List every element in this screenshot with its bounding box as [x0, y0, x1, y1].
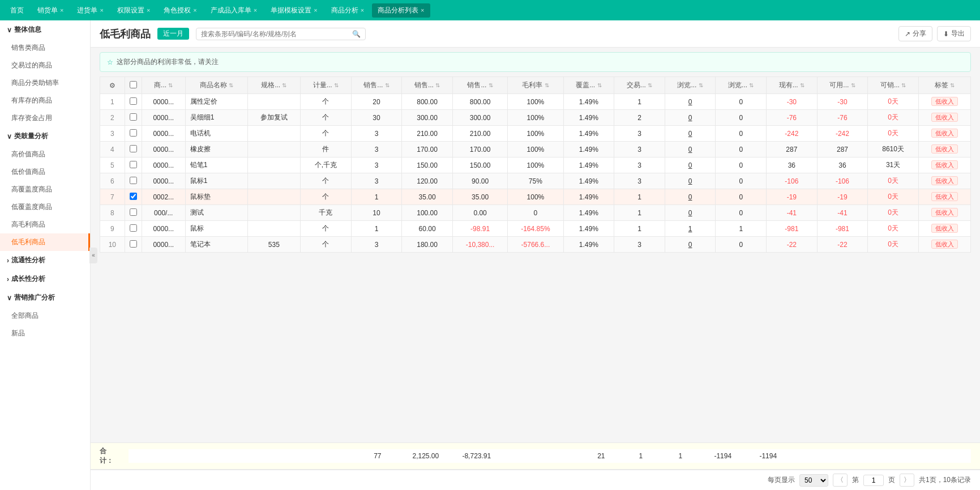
search-icon[interactable]: 🔍 [352, 30, 361, 38]
next-page-button[interactable]: 〉 [900, 474, 914, 487]
pagination: 每页显示 50 20 100 〈 第 页 〉 共1页，10条记录 [91, 470, 980, 490]
row-checkbox[interactable] [130, 177, 137, 184]
sidebar-item-low-value[interactable]: 低价值商品 [0, 163, 90, 181]
col-checkbox[interactable] [125, 77, 142, 94]
col-tag[interactable]: 标签 ⇅ [918, 77, 970, 94]
row-checkbox[interactable] [130, 161, 137, 168]
nav-sales[interactable]: 销货单 × [32, 3, 69, 18]
cell-current-stock: -106 [767, 173, 818, 189]
cell-views1[interactable]: 0 [665, 173, 716, 189]
cell-checkbox[interactable] [125, 142, 142, 157]
cell-checkbox[interactable] [125, 126, 142, 142]
nav-product-analysis-list[interactable]: 商品分析列表 × [372, 3, 430, 18]
cell-views1[interactable]: 0 [665, 110, 716, 126]
cell-checkbox[interactable] [125, 94, 142, 110]
col-transactions[interactable]: 交易... ⇅ [614, 77, 665, 94]
nav-template[interactable]: 单据模板设置 × [265, 3, 323, 18]
col-sales-profit[interactable]: 销售... ⇅ [452, 77, 507, 94]
col-name[interactable]: 商品名称 ⇅ [185, 77, 247, 94]
nav-close-product-analysis-list[interactable]: × [421, 7, 424, 14]
cell-num: 4 [100, 142, 125, 157]
col-views2[interactable]: 浏览... ⇅ [716, 77, 767, 94]
nav-close-sales[interactable]: × [60, 7, 63, 14]
nav-close-template[interactable]: × [314, 7, 317, 14]
row-checkbox[interactable] [130, 129, 137, 137]
sidebar-item-low-coverage[interactable]: 低覆盖度商品 [0, 198, 90, 216]
sidebar-item-all-goods[interactable]: 全部商品 [0, 307, 90, 325]
sidebar-group-marketing[interactable]: ∨ 营销推广分析 [0, 288, 90, 307]
nav-product-analysis[interactable]: 商品分析 × [326, 3, 370, 18]
row-checkbox[interactable] [130, 113, 137, 121]
col-unit[interactable]: 计量... ⇅ [301, 77, 352, 94]
sidebar-item-category-rate[interactable]: 商品分类助销率 [0, 74, 90, 92]
sidebar-item-traded-goods[interactable]: 交易过的商品 [0, 57, 90, 74]
cell-spec [247, 205, 300, 221]
col-gross-margin[interactable]: 毛利率 ⇅ [508, 77, 563, 94]
col-code[interactable]: 商... ⇅ [142, 77, 185, 94]
col-sales-qty[interactable]: 销售... ⇅ [351, 77, 402, 94]
sidebar-group-flow[interactable]: › 流通性分析 [0, 251, 90, 270]
sidebar-group-overall[interactable]: ∨ 整体信息 [0, 20, 90, 39]
row-checkbox[interactable] [130, 240, 137, 248]
cell-views1[interactable]: 0 [665, 189, 716, 205]
sidebar-item-low-margin[interactable]: 低毛利商品 [0, 233, 90, 251]
sidebar-item-new-goods[interactable]: 新品 [0, 325, 90, 342]
sidebar-group-growth[interactable]: › 成长性分析 [0, 270, 90, 288]
cell-views1[interactable]: 0 [665, 142, 716, 157]
sidebar-group-drum-analysis[interactable]: ∨ 类鼓量分析 [0, 127, 90, 146]
cell-checkbox[interactable] [125, 221, 142, 237]
cell-checkbox[interactable] [125, 237, 142, 253]
nav-close-product-entry[interactable]: × [254, 7, 257, 14]
cell-views1[interactable]: 0 [665, 237, 716, 253]
col-available-stock[interactable]: 可用... ⇅ [817, 77, 868, 94]
sidebar-item-in-stock[interactable]: 有库存的商品 [0, 92, 90, 109]
row-checkbox[interactable] [130, 224, 137, 232]
nav-close-permissions[interactable]: × [147, 7, 150, 14]
sidebar-item-sales-goods[interactable]: 销售类商品 [0, 39, 90, 57]
sidebar-item-high-value[interactable]: 高价值商品 [0, 146, 90, 163]
nav-close-product-analysis[interactable]: × [361, 7, 364, 14]
sidebar-collapse-button[interactable]: « [89, 248, 97, 263]
search-input[interactable] [201, 30, 352, 38]
nav-close-roles[interactable]: × [193, 7, 196, 14]
cell-checkbox[interactable] [125, 205, 142, 221]
col-current-stock[interactable]: 现有... ⇅ [767, 77, 818, 94]
nav-home[interactable]: 首页 [5, 3, 29, 18]
cell-views1[interactable]: 0 [665, 205, 716, 221]
row-checkbox[interactable] [130, 97, 137, 105]
row-checkbox[interactable] [130, 193, 137, 200]
sidebar-item-capital[interactable]: 库存资金占用 [0, 109, 90, 127]
nav-permissions[interactable]: 权限设置 × [112, 3, 156, 18]
nav-product-entry[interactable]: 产成品入库单 × [205, 3, 263, 18]
page-size-select[interactable]: 50 20 100 [799, 474, 828, 487]
nav-roles[interactable]: 角色授权 × [158, 3, 202, 18]
nav-close-purchase[interactable]: × [100, 7, 103, 14]
page-input[interactable] [863, 475, 884, 486]
share-button[interactable]: ↗ 分享 [898, 26, 932, 41]
export-button[interactable]: ⬇ 导出 [937, 26, 971, 41]
cell-views1[interactable]: 1 [665, 221, 716, 237]
row-checkbox[interactable] [130, 208, 137, 216]
cell-checkbox[interactable] [125, 173, 142, 189]
cell-checkbox[interactable] [125, 189, 142, 205]
cell-views1[interactable]: 0 [665, 94, 716, 110]
prev-page-button[interactable]: 〈 [833, 474, 848, 487]
cell-sales-profit: 170.00 [452, 142, 507, 157]
nav-purchase[interactable]: 进货单 × [71, 3, 109, 18]
cell-views1[interactable]: 0 [665, 157, 716, 173]
cell-checkbox[interactable] [125, 157, 142, 173]
col-coverage[interactable]: 覆盖... ⇅ [563, 77, 614, 94]
col-sales-amount[interactable]: 销售... ⇅ [402, 77, 453, 94]
alert-banner: ☆ 这部分商品的利润非常低，请关注 [100, 52, 971, 72]
row-checkbox[interactable] [130, 145, 137, 152]
sidebar-item-high-margin[interactable]: 高毛利商品 [0, 216, 90, 233]
col-settings[interactable]: ⚙ [100, 77, 125, 94]
cell-checkbox[interactable] [125, 110, 142, 126]
col-salable-days[interactable]: 可销... ⇅ [868, 77, 919, 94]
sidebar-item-high-coverage[interactable]: 高覆盖度商品 [0, 181, 90, 198]
time-filter-button[interactable]: 近一月 [157, 28, 189, 40]
col-spec[interactable]: 规格... ⇅ [247, 77, 300, 94]
col-views1[interactable]: 浏览... ⇅ [665, 77, 716, 94]
cell-views1[interactable]: 0 [665, 126, 716, 142]
select-all-checkbox[interactable] [130, 81, 137, 88]
